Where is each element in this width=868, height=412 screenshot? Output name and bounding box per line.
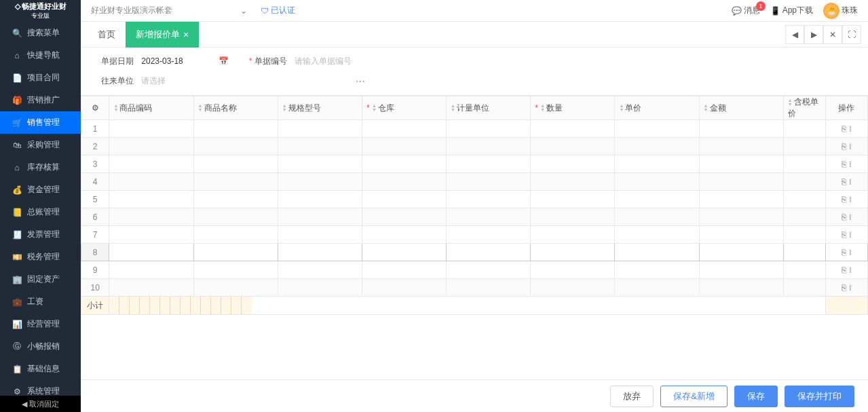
cell[interactable] (615, 120, 699, 138)
more-icon[interactable]: ⁞ (849, 177, 852, 187)
cell[interactable] (362, 155, 446, 173)
col-settings[interactable]: ⚙ (81, 96, 109, 120)
calendar-icon[interactable]: 📅 (219, 56, 229, 66)
cell[interactable] (699, 173, 783, 191)
cell[interactable] (278, 173, 362, 191)
table-row[interactable]: 1⎘⁞ (81, 120, 868, 138)
cell[interactable] (783, 279, 825, 297)
cell[interactable] (615, 279, 699, 297)
col-name[interactable]: ▲▼商品名称 (193, 96, 278, 120)
save-new-button[interactable]: 保存&新增 (660, 386, 728, 407)
more-icon[interactable]: ⁞ (849, 230, 852, 240)
cell[interactable] (362, 173, 446, 191)
table-row[interactable]: 7⎘⁞ (81, 226, 868, 244)
cell[interactable] (193, 120, 278, 138)
cell[interactable] (615, 173, 699, 191)
discard-button[interactable]: 放弃 (610, 386, 654, 407)
table-row[interactable]: 2⎘⁞ (81, 138, 868, 155)
cell[interactable] (615, 261, 699, 279)
sidebar-item-8[interactable]: 📒总账管理 (0, 201, 81, 223)
cell[interactable] (699, 208, 783, 226)
cell[interactable] (783, 226, 825, 244)
cell[interactable] (278, 208, 362, 226)
col-price[interactable]: ▲▼单价 (615, 96, 699, 120)
copy-icon[interactable]: ⎘ (842, 124, 846, 134)
tab-home[interactable]: 首页 (88, 22, 126, 48)
tab-new-quote[interactable]: 新增报价单 × (126, 22, 199, 48)
sidebar-item-7[interactable]: 💰资金管理 (0, 179, 81, 201)
cell[interactable] (109, 120, 193, 138)
cell[interactable] (783, 191, 825, 208)
cell[interactable] (362, 120, 446, 138)
cell[interactable] (615, 155, 699, 173)
cell[interactable] (699, 226, 783, 244)
cell[interactable] (615, 244, 699, 261)
cell[interactable] (278, 226, 362, 244)
cell[interactable] (447, 138, 531, 155)
copy-icon[interactable]: ⎘ (842, 230, 846, 240)
more-icon[interactable]: ⁞ (849, 142, 852, 151)
cell[interactable] (447, 191, 531, 208)
cell[interactable] (109, 208, 193, 226)
sidebar-item-14[interactable]: Ⓖ小畅报销 (0, 335, 81, 358)
col-code[interactable]: ▲▼商品编码 (109, 96, 193, 120)
sidebar-item-6[interactable]: ⌂库存核算 (0, 156, 81, 179)
cell[interactable] (699, 244, 783, 261)
cell[interactable] (447, 120, 531, 138)
cell[interactable] (699, 279, 783, 297)
date-input[interactable]: 2023-03-18 📅 (141, 56, 228, 66)
cell[interactable] (783, 173, 825, 191)
more-icon[interactable]: ⁞ (849, 265, 852, 275)
more-icon[interactable]: ⁞ (849, 283, 852, 293)
cell[interactable] (362, 138, 446, 155)
tab-close-all[interactable]: ✕ (823, 25, 842, 44)
cell[interactable] (531, 155, 615, 173)
user-menu[interactable]: 🐣 珠珠 (823, 3, 858, 19)
more-icon[interactable]: ⁞ (849, 195, 852, 204)
cell[interactable] (531, 191, 615, 208)
col-taxprice[interactable]: ▲▼含税单价 (783, 96, 825, 120)
copy-icon[interactable]: ⎘ (842, 177, 846, 187)
table-row[interactable]: 10⎘⁞ (81, 279, 868, 297)
col-wh[interactable]: ▲▼仓库 (362, 96, 446, 120)
cell[interactable] (447, 226, 531, 244)
sidebar-item-2[interactable]: 📄项目合同 (0, 67, 81, 89)
table-row[interactable]: 6⎘⁞ (81, 208, 868, 226)
cell[interactable] (447, 244, 531, 261)
sidebar-item-13[interactable]: 📊经营管理 (0, 313, 81, 335)
cell[interactable] (278, 138, 362, 155)
cell[interactable] (362, 208, 446, 226)
col-spec[interactable]: ▲▼规格型号 (278, 96, 362, 120)
cell[interactable] (193, 155, 278, 173)
cell[interactable] (193, 208, 278, 226)
cell[interactable] (278, 120, 362, 138)
cell[interactable] (278, 191, 362, 208)
cell[interactable] (447, 279, 531, 297)
copy-icon[interactable]: ⎘ (842, 195, 846, 204)
cell[interactable] (109, 191, 193, 208)
copy-icon[interactable]: ⎘ (842, 212, 846, 222)
cell[interactable] (615, 191, 699, 208)
cell[interactable] (531, 208, 615, 226)
cell[interactable] (531, 138, 615, 155)
cell[interactable] (362, 279, 446, 297)
cell[interactable] (109, 138, 193, 155)
cell[interactable] (278, 155, 362, 173)
cell[interactable] (783, 120, 825, 138)
tab-prev[interactable]: ◀ (785, 25, 804, 44)
col-amount[interactable]: ▲▼金额 (699, 96, 783, 120)
cell[interactable] (699, 120, 783, 138)
cell[interactable] (193, 138, 278, 155)
cell[interactable] (615, 138, 699, 155)
cell[interactable] (193, 261, 278, 279)
cell[interactable] (531, 120, 615, 138)
cell[interactable] (447, 261, 531, 279)
sidebar-item-0[interactable]: 🔍搜索菜单 (0, 22, 81, 44)
sidebar-item-1[interactable]: ⌂快捷导航 (0, 44, 81, 67)
col-unit[interactable]: ▲▼计量单位 (447, 96, 531, 120)
table-row[interactable]: 3⎘⁞ (81, 155, 868, 173)
cell[interactable] (193, 226, 278, 244)
cell[interactable] (699, 138, 783, 155)
sidebar-item-10[interactable]: 💴税务管理 (0, 246, 81, 268)
more-icon[interactable]: ⁞ (849, 124, 852, 134)
